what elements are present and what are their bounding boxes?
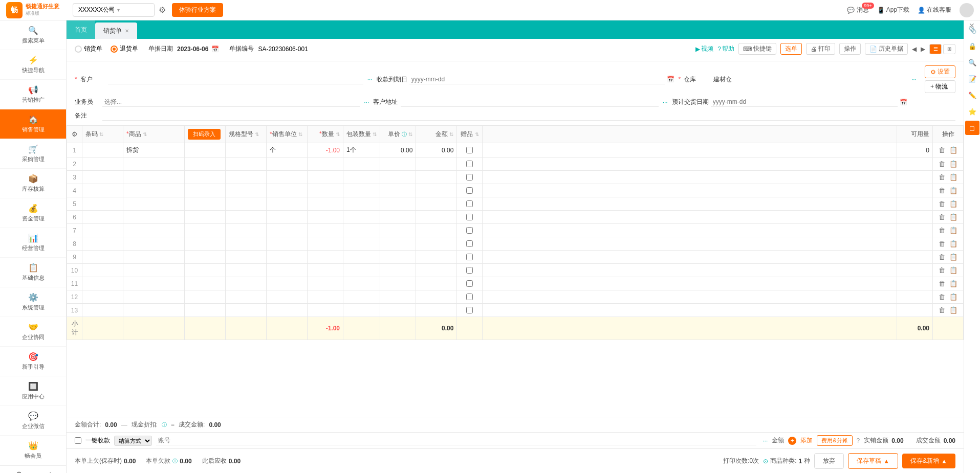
sidebar-item-system[interactable]: ⚙️ 系统管理 (0, 287, 66, 317)
gift-checkbox[interactable] (466, 267, 473, 274)
row-price[interactable] (380, 224, 416, 237)
row-unit[interactable] (267, 184, 308, 197)
row-spec[interactable] (226, 251, 267, 264)
customer-addr-input[interactable] (401, 97, 658, 107)
list-view-button[interactable]: ☰ (929, 44, 942, 54)
row-spec[interactable] (226, 211, 267, 224)
sidebar-item-quicknav[interactable]: ⚡ 快捷导航 (0, 50, 66, 80)
row-barcode[interactable] (82, 251, 123, 264)
tab-sales-order[interactable]: 销货单 ✕ (95, 22, 137, 39)
delete-row-icon[interactable]: 🗑 (939, 240, 945, 247)
row-notes[interactable] (483, 304, 897, 317)
row-notes[interactable] (483, 171, 897, 184)
customer-dots[interactable]: ··· (367, 76, 373, 83)
row-product[interactable] (123, 184, 185, 197)
expected-date-calendar-icon[interactable]: 📅 (900, 99, 907, 106)
price-info-icon[interactable]: ⓘ (402, 131, 407, 137)
trial-button[interactable]: 体验行业方案 (172, 3, 223, 17)
copy-row-icon[interactable]: 📋 (949, 306, 957, 314)
gift-checkbox[interactable] (466, 227, 473, 234)
row-price[interactable] (380, 251, 416, 264)
row-pack[interactable] (343, 277, 380, 290)
row-unit[interactable] (267, 197, 308, 211)
account-dots[interactable]: ··· (763, 437, 768, 444)
rsp-edit-button[interactable]: ✏️ (965, 88, 979, 102)
row-qty[interactable] (308, 264, 343, 277)
radio-return[interactable]: 退货单 (111, 44, 138, 53)
row-unit[interactable] (267, 277, 308, 290)
copy-row-icon[interactable]: 📋 (949, 280, 957, 287)
row-qty[interactable] (308, 277, 343, 290)
row-notes[interactable] (483, 237, 897, 251)
row-product[interactable] (123, 277, 185, 290)
delete-row-icon[interactable]: 🗑 (939, 280, 945, 287)
delete-row-icon[interactable]: 🗑 (939, 187, 945, 194)
row-unit[interactable] (267, 157, 308, 171)
copy-row-icon[interactable]: 📋 (949, 293, 957, 301)
row-spec[interactable] (226, 290, 267, 304)
sidebar-item-wechat[interactable]: 💬 企业微信 (0, 406, 66, 436)
sidebar-item-marketing[interactable]: 📢 营销推广 (0, 80, 66, 109)
row-barcode[interactable] (82, 143, 123, 157)
video-link[interactable]: ▶ 视频 (695, 44, 713, 53)
row-price[interactable] (380, 157, 416, 171)
gift-checkbox[interactable] (466, 174, 473, 181)
prev-icon[interactable]: ◀ (912, 46, 917, 53)
radio-sale[interactable]: 销货单 (75, 44, 102, 53)
col-amount[interactable]: 金额 ⇅ (416, 126, 457, 143)
delete-row-icon[interactable]: 🗑 (939, 266, 945, 274)
copy-row-icon[interactable]: 📋 (949, 200, 957, 208)
row-qty[interactable] (308, 197, 343, 211)
add-button[interactable]: + (788, 437, 796, 445)
row-barcode[interactable] (82, 157, 123, 171)
save-new-button[interactable]: 保存&新增 ▲ (902, 454, 955, 468)
row-unit[interactable] (267, 237, 308, 251)
row-spec[interactable] (226, 197, 267, 211)
delete-row-icon[interactable]: 🗑 (939, 200, 945, 208)
avatar[interactable] (960, 3, 974, 17)
row-price[interactable] (380, 277, 416, 290)
sidebar-item-sales[interactable]: 🏠 销售管理 (0, 109, 66, 139)
row-notes[interactable] (483, 251, 897, 264)
row-price[interactable] (380, 197, 416, 211)
gift-checkbox[interactable] (466, 161, 473, 167)
row-unit[interactable] (267, 171, 308, 184)
row-pack[interactable] (343, 251, 380, 264)
row-qty[interactable] (308, 157, 343, 171)
copy-row-icon[interactable]: 📋 (949, 187, 957, 194)
row-price[interactable] (380, 211, 416, 224)
row-barcode[interactable] (82, 290, 123, 304)
total-debt-info-icon[interactable]: ⓘ (172, 458, 178, 465)
row-qty[interactable] (308, 171, 343, 184)
row-pack[interactable] (343, 184, 380, 197)
row-price[interactable] (380, 290, 416, 304)
next-icon[interactable]: ▶ (921, 46, 925, 53)
rsp-note-button[interactable]: 📝 (965, 72, 979, 86)
discard-button[interactable]: 放弃 (814, 453, 844, 469)
row-spec[interactable] (226, 184, 267, 197)
row-barcode[interactable] (82, 197, 123, 211)
payment-date-calendar-icon[interactable]: 📅 (667, 76, 674, 83)
copy-row-icon[interactable]: 📋 (949, 213, 957, 221)
sidebar-item-purchase[interactable]: 🛒 采购管理 (0, 139, 66, 169)
payment-date-input[interactable] (409, 75, 665, 84)
row-spec[interactable] (226, 143, 267, 157)
row-barcode[interactable] (82, 171, 123, 184)
warehouse-dots[interactable]: ··· (911, 76, 917, 83)
row-qty[interactable] (308, 211, 343, 224)
row-qty[interactable] (308, 290, 343, 304)
row-notes[interactable] (483, 277, 897, 290)
copy-row-icon[interactable]: 📋 (949, 266, 957, 274)
row-pack[interactable] (343, 171, 380, 184)
app-download-button[interactable]: 📱 App下载 (877, 6, 909, 14)
salesperson-dots[interactable]: ··· (364, 99, 369, 106)
col-barcode[interactable]: 条码 ⇅ (82, 126, 123, 143)
row-qty[interactable] (308, 237, 343, 251)
copy-row-icon[interactable]: 📋 (949, 146, 957, 154)
expense-button[interactable]: 费用&分摊 (817, 435, 852, 446)
row-qty[interactable] (308, 184, 343, 197)
gift-checkbox[interactable] (466, 307, 473, 313)
row-barcode[interactable] (82, 211, 123, 224)
row-price[interactable] (380, 237, 416, 251)
row-notes[interactable] (483, 197, 897, 211)
